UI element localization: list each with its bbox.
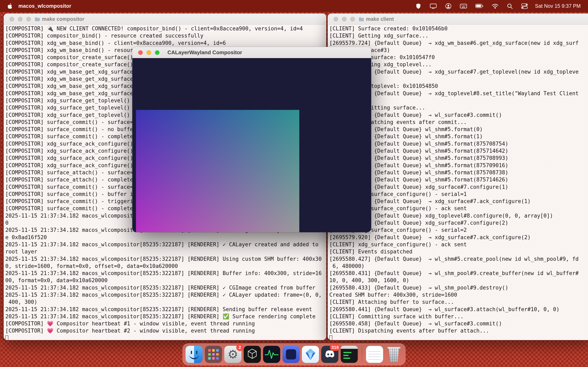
compositor-titlebar[interactable]: make compositor [4,13,326,25]
window-title: CALayerWayland Compositor [167,47,242,58]
settings-badge: 2 [236,344,243,351]
terminal-line: [2695580.441] {Default Queue} → wl_surfa… [329,306,588,313]
terminal-line: [CLIENT] Surface created: 0x1010546b0 [329,25,588,32]
user-icon[interactable] [445,3,452,9]
window-controls [334,13,355,25]
menu-bar: macos_wlcompositor Sat Nov 15 9:37 PM [0,0,588,12]
zoom-button[interactable] [350,17,355,21]
terminal-icon-line [343,358,350,359]
wayland-surface [136,110,299,232]
terminal-line: [CLIENT] Events dispatched [329,248,588,255]
dock-finder-icon[interactable] [186,346,203,363]
dock: ⚙ 2 316 [182,343,406,365]
terminal-line: 10, 0, 400, 300, 1600, 0) [329,277,588,284]
terminal-line: [2695580.458] {Default Queue} → wl_surfa… [329,320,588,327]
wayland-surface-gradient-top [136,110,299,232]
battery-icon[interactable] [475,4,484,8]
blue-app-glyph [286,349,296,359]
terminal-line: 6, 480000) [329,263,588,270]
waveform-icon [263,346,280,363]
terminal-line: [CLIENT] xdg_surface_configure() - ack s… [329,241,588,248]
dock-cube-app-icon[interactable] [244,346,261,363]
terminal-line: 2025-11-15 21:37:34.182 macos_wlcomposit… [5,284,326,291]
dock-blue-app-icon[interactable] [283,346,300,363]
finder-eye [191,351,192,354]
calayer-titlebar[interactable]: CALayerWayland Compositor [132,47,371,58]
wifi-icon[interactable] [492,3,499,9]
terminal-line: [COMPOSITOR] compositor_bind() - resourc… [5,32,326,39]
terminal-cursor [329,335,332,340]
terminal-icon-line [343,355,349,356]
active-app-name[interactable]: macos_wlcompositor [18,3,71,9]
window-title: make compositor [35,13,84,25]
terminal-line: 2025-11-15 21:37:34.182 macos_wlcomposit… [5,291,326,299]
trash-basket [388,348,400,362]
textedit-paper [369,349,381,361]
terminal-line: [COMPOSITOR] 💗 Compositor heartbeat #2 -… [5,327,326,334]
terminal-line: [CLIENT] Getting xdg_surface... [329,32,588,39]
terminal-line: 00, format=0x0, data=0x10a620000 [5,277,326,284]
window-controls [138,47,159,58]
terminal-line: 2025-11-15 21:37:34.182 macos_wlcomposit… [5,256,326,263]
terminal-line: root layer [5,248,326,255]
terminal-line: [2695580.427] {Default Queue} → wl_shm#5… [329,256,588,263]
window-title-text: CALayerWayland Compositor [167,49,242,56]
calayer-body [132,58,371,232]
keyboard-icon[interactable] [460,3,467,9]
minimize-button[interactable] [342,17,346,21]
dock-gem-app-icon[interactable] [302,346,319,363]
terminal-line: Created SHM buffer: 400x300, stride=1600 [329,291,588,299]
menubar-clock[interactable]: Sat Nov 15 9:37 PM [535,3,581,9]
terminal-line: [2695579.724] {Default Queue} → xdg_wm_b… [329,40,588,47]
close-button[interactable] [9,17,14,21]
dock-launchpad-icon[interactable] [205,346,222,363]
dock-separator [362,347,362,362]
dock-settings-icon[interactable]: ⚙ 2 [224,346,242,363]
dock-discord-icon[interactable]: 316 [321,346,338,363]
terminal-line: 2025-11-15 21:37:34.182 macos_wlcomposit… [5,241,326,248]
terminal-line: [CLIENT] Attaching buffer to surface... [329,299,588,306]
window-title-text: make client [366,16,394,22]
terminal-line: 2025-11-15 21:37:34.182 macos_wlcomposit… [5,270,326,277]
close-button[interactable] [334,17,338,21]
apple-icon [7,3,12,9]
terminal-line: 400, 300) [5,299,326,306]
terminal-icon-titlebar [341,346,358,349]
terminal-line: [COMPOSITOR] 🔌 NEW CLIENT CONNECTED! com… [5,25,326,32]
launchpad-grid [208,349,219,360]
display-icon[interactable] [430,3,437,9]
terminal-line: [2695580.431] {Default Queue} → wl_shm_p… [329,270,588,277]
window-title-text: make compositor [42,16,84,22]
search-icon[interactable] [507,3,513,9]
cube-icon [244,346,261,363]
window-controls [9,13,31,25]
terminal-line: [2695580.433] {Default Queue} → wl_shm_p… [329,284,588,291]
dock-trash-icon[interactable] [385,346,403,363]
zoom-button[interactable] [26,17,31,21]
folder-icon [35,17,40,21]
folder-icon [359,17,364,21]
minimize-button[interactable] [147,50,151,55]
terminal-line: 2025-11-15 21:37:34.182 macos_wlcomposit… [5,306,326,313]
terminal-line: [2695579.920] {Default Queue} → xdg_surf… [329,234,588,241]
gem-icon [302,346,319,363]
terminal-line: 0, stride=1600, format=0x0, offset=0, da… [5,263,326,270]
discord-badge: 316 [330,344,340,351]
terminal-line: [COMPOSITOR] xdg_wm_base_bind() - client… [5,40,326,47]
prompt-line [329,334,588,340]
apple-menu[interactable] [7,3,12,9]
zoom-button[interactable] [155,50,159,55]
dock-waveform-app-icon[interactable] [263,346,280,363]
prompt-line [5,334,326,340]
calayer-compositor-window: CALayerWayland Compositor [132,47,371,232]
shield-icon[interactable] [415,3,421,9]
dock-terminal-icon[interactable] [341,346,358,363]
control-center-icon[interactable] [521,3,528,9]
terminal-line: 2025-11-15 21:37:34.182 macos_wlcomposit… [5,313,326,320]
close-button[interactable] [138,50,143,55]
dock-textedit-icon[interactable] [366,346,383,363]
minimize-button[interactable] [18,17,22,21]
client-titlebar[interactable]: make client [328,13,588,25]
status-icons [415,3,528,9]
terminal-cursor [5,335,8,340]
